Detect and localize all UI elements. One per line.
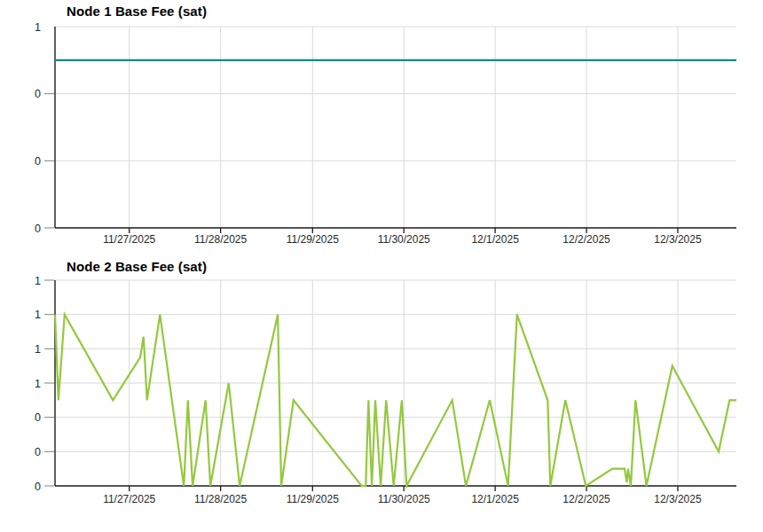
x-tick-label: 12/2/2025: [562, 493, 610, 505]
y-tick-label: 1: [35, 309, 41, 321]
x-tick-label: 11/29/2025: [287, 493, 339, 505]
series-line: [55, 315, 736, 486]
y-tick-label: 0: [35, 446, 41, 458]
y-tick-label: 1: [35, 343, 41, 356]
x-tick-label: 11/28/2025: [194, 233, 247, 246]
node1-chart-plot: 100011/27/202511/28/202511/29/202511/30/…: [0, 0, 763, 253]
x-tick-label: 12/1/2025: [471, 493, 519, 505]
x-tick-label: 12/1/2025: [471, 233, 519, 246]
y-tick-label: 0: [35, 411, 41, 424]
y-tick-label: 1: [35, 378, 41, 390]
y-tick-label: 1: [35, 275, 41, 287]
y-tick-label: 0: [35, 223, 41, 235]
x-tick-label: 11/28/2025: [194, 493, 247, 505]
x-tick-label: 11/27/2025: [103, 233, 155, 246]
y-tick-label: 0: [35, 481, 41, 493]
node1-base-fee-chart: Node 1 Base Fee (sat) 100011/27/202511/2…: [0, 0, 763, 253]
x-tick-label: 12/3/2025: [654, 493, 702, 505]
x-tick-label: 11/30/2025: [378, 233, 430, 246]
y-tick-label: 0: [35, 155, 41, 168]
x-tick-label: 11/30/2025: [378, 493, 430, 505]
x-tick-label: 11/29/2025: [287, 233, 339, 246]
node2-base-fee-chart: Node 2 Base Fee (sat) 111100011/27/20251…: [0, 253, 763, 532]
node2-chart-plot: 111100011/27/202511/28/202511/29/202511/…: [0, 253, 763, 532]
x-tick-label: 11/27/2025: [103, 493, 155, 505]
x-tick-label: 12/2/2025: [562, 233, 610, 246]
y-tick-label: 0: [35, 88, 41, 100]
y-tick-label: 1: [35, 21, 41, 34]
x-tick-label: 12/3/2025: [654, 233, 702, 246]
